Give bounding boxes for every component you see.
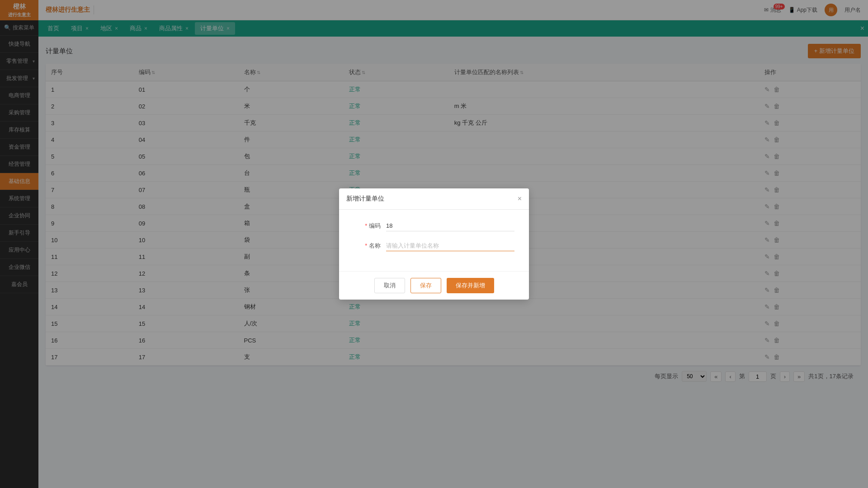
add-unit-modal: 新增计量单位 × 编码 名称 取消 保存 保存并新增	[339, 188, 529, 300]
code-input[interactable]	[386, 221, 514, 231]
code-label: 编码	[354, 222, 381, 230]
save-and-new-button[interactable]: 保存并新增	[447, 278, 494, 293]
modal-header: 新增计量单位 ×	[339, 188, 529, 210]
modal-title: 新增计量单位	[346, 195, 384, 203]
modal-overlay[interactable]: 新增计量单位 × 编码 名称 取消 保存 保存并新增	[0, 0, 868, 488]
modal-close-button[interactable]: ×	[518, 195, 522, 203]
name-form-row: 名称	[354, 240, 514, 251]
modal-body: 编码 名称	[339, 210, 529, 271]
code-form-row: 编码	[354, 221, 514, 231]
name-input[interactable]	[386, 240, 514, 251]
modal-footer: 取消 保存 保存并新增	[339, 271, 529, 300]
save-button[interactable]: 保存	[410, 278, 441, 293]
cancel-button[interactable]: 取消	[374, 278, 405, 293]
name-label: 名称	[354, 242, 381, 250]
